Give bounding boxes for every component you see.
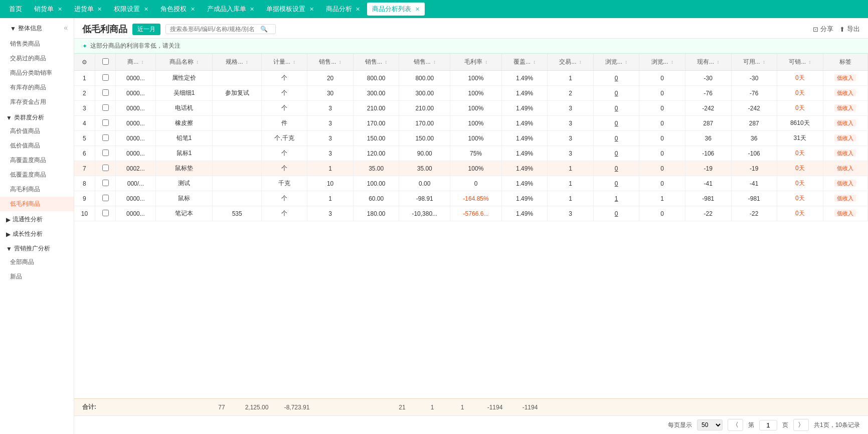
nav-analysis-list[interactable]: 商品分析列表 ✕ <box>367 3 425 16</box>
row-select-checkbox[interactable] <box>102 74 109 81</box>
nav-home[interactable]: 首页 <box>4 3 27 16</box>
search-input[interactable] <box>170 26 260 33</box>
close-permissions-icon[interactable]: ✕ <box>144 6 148 12</box>
row-select-checkbox[interactable] <box>102 195 109 201</box>
col-available-stock[interactable]: 可用... ↕ <box>731 54 777 71</box>
col-code[interactable]: 商... ↕ <box>116 54 155 71</box>
col-sellable[interactable]: 可销... ↕ <box>777 54 823 71</box>
sidebar-item-low-coverage[interactable]: 低覆盖度商品 <box>0 168 74 182</box>
col-unit[interactable]: 计量... ↕ <box>261 54 307 71</box>
views1-link[interactable]: 0 <box>615 210 618 217</box>
row-views1[interactable]: 0 <box>593 206 639 221</box>
row-select-checkbox[interactable] <box>102 180 109 186</box>
col-coverage[interactable]: 覆盖... ↕ <box>501 54 548 71</box>
row-checkbox[interactable] <box>95 176 116 191</box>
views1-link[interactable]: 0 <box>615 165 618 172</box>
close-product-entry-icon[interactable]: ✕ <box>250 6 254 12</box>
row-views1[interactable]: 0 <box>593 101 639 116</box>
sidebar-item-traded-products[interactable]: 交易过的商品 <box>0 51 74 66</box>
close-product-analysis-icon[interactable]: ✕ <box>356 6 360 12</box>
sidebar-item-stocked-products[interactable]: 有库存的商品 <box>0 80 74 95</box>
row-checkbox[interactable] <box>95 206 116 221</box>
row-select-checkbox[interactable] <box>102 134 109 141</box>
row-views1[interactable]: 0 <box>593 176 639 191</box>
row-checkbox[interactable] <box>95 161 116 176</box>
views1-link[interactable]: 0 <box>615 120 618 127</box>
select-all-checkbox[interactable] <box>102 58 109 65</box>
row-select-checkbox[interactable] <box>102 119 109 126</box>
row-checkbox[interactable] <box>95 191 116 206</box>
nav-template-settings[interactable]: 单据模板设置 ✕ <box>261 3 319 16</box>
row-select-checkbox[interactable] <box>102 210 109 216</box>
per-page-select[interactable]: 50 20 100 <box>697 419 723 430</box>
row-select-checkbox[interactable] <box>102 150 109 156</box>
sidebar-group-cluster[interactable]: ▼ 类群度分析 <box>0 109 74 124</box>
col-tag[interactable]: 标签 <box>823 54 867 71</box>
row-views1[interactable]: 0 <box>593 116 639 131</box>
col-current-stock[interactable]: 现有... ↕ <box>685 54 731 71</box>
close-purchase-order-icon[interactable]: ✕ <box>97 6 102 12</box>
nav-product-analysis[interactable]: 商品分析 ✕ <box>321 3 366 16</box>
views1-link[interactable]: 0 <box>615 75 618 82</box>
sidebar-group-growth[interactable]: ▶ 成长性分析 <box>0 226 74 240</box>
nav-sales-order[interactable]: 销货单 ✕ <box>29 3 67 16</box>
sidebar-item-category-rate[interactable]: 商品分类助销率 <box>0 66 74 80</box>
row-views1[interactable]: 0 <box>593 131 639 146</box>
col-sales-price[interactable]: 销售... ↕ <box>353 54 399 71</box>
sidebar-item-low-value[interactable]: 低价值商品 <box>0 138 74 153</box>
row-checkbox[interactable] <box>95 146 116 161</box>
period-button[interactable]: 近一月 <box>132 24 160 35</box>
nav-permissions[interactable]: 权限设置 ✕ <box>109 3 153 16</box>
row-select-checkbox[interactable] <box>102 89 109 96</box>
col-gross-margin[interactable]: 毛利率 ↕ <box>450 54 502 71</box>
row-views1[interactable]: 0 <box>593 146 639 161</box>
col-settings[interactable]: ⚙ <box>74 54 95 71</box>
sidebar-item-high-value[interactable]: 高价值商品 <box>0 124 74 138</box>
search-icon[interactable]: 🔍 <box>260 26 268 33</box>
sidebar-item-low-margin[interactable]: 低毛利商品 <box>0 197 74 211</box>
sidebar-item-inventory-capital[interactable]: 库存资金占用 <box>0 95 74 109</box>
sidebar-item-high-coverage[interactable]: 高覆盖度商品 <box>0 153 74 168</box>
sidebar-collapse-btn[interactable]: « <box>62 24 70 32</box>
row-checkbox[interactable] <box>95 131 116 146</box>
col-name[interactable]: 商品名称 ↕ <box>155 54 213 71</box>
views1-link[interactable]: 0 <box>615 105 618 112</box>
col-views1[interactable]: 浏览... ↕ <box>593 54 639 71</box>
sidebar-item-new-products[interactable]: 新品 <box>0 269 74 284</box>
views1-link[interactable]: 0 <box>615 90 618 97</box>
next-page-button[interactable]: 〉 <box>793 419 809 431</box>
close-analysis-list-icon[interactable]: ✕ <box>415 6 420 12</box>
row-views1[interactable]: 0 <box>593 161 639 176</box>
row-views1[interactable]: 0 <box>593 71 639 86</box>
close-template-icon[interactable]: ✕ <box>309 6 314 12</box>
sidebar-group-flow[interactable]: ▶ 流通性分析 <box>0 211 74 226</box>
row-checkbox[interactable] <box>95 71 116 86</box>
row-views1[interactable]: 0 <box>593 86 639 101</box>
sidebar-group-overview[interactable]: ▼ 整体信息 <box>4 20 48 35</box>
sidebar-item-high-margin[interactable]: 高毛利商品 <box>0 182 74 197</box>
row-select-checkbox[interactable] <box>102 165 109 171</box>
col-spec[interactable]: 规格... ↕ <box>213 54 261 71</box>
row-checkbox[interactable] <box>95 101 116 116</box>
views1-link[interactable]: 0 <box>615 180 618 187</box>
sidebar-item-sales-products[interactable]: 销售类商品 <box>0 37 74 51</box>
close-sales-order-icon[interactable]: ✕ <box>58 6 62 12</box>
col-checkbox[interactable] <box>95 54 116 71</box>
search-box[interactable]: 🔍 <box>165 24 276 34</box>
col-sales-qty[interactable]: 销售... ↕ <box>307 54 354 71</box>
sidebar-item-all-products[interactable]: 全部商品 <box>0 255 74 269</box>
row-checkbox[interactable] <box>95 86 116 101</box>
nav-product-entry[interactable]: 产成品入库单 ✕ <box>202 3 260 16</box>
col-views2[interactable]: 浏览... ↕ <box>639 54 685 71</box>
col-transactions[interactable]: 交易... ↕ <box>548 54 594 71</box>
data-table-container[interactable]: ⚙ 商... ↕ 商品名称 ↕ 规格... ↕ 计量... ↕ 销售... ↕ … <box>74 54 868 398</box>
nav-purchase-order[interactable]: 进货单 ✕ <box>69 3 107 16</box>
row-checkbox[interactable] <box>95 116 116 131</box>
views1-link[interactable]: 1 <box>615 195 618 202</box>
export-button[interactable]: ⬆ 导出 <box>839 25 860 34</box>
close-role-auth-icon[interactable]: ✕ <box>191 6 195 12</box>
nav-role-auth[interactable]: 角色授权 ✕ <box>155 3 200 16</box>
views1-link[interactable]: 0 <box>615 135 618 142</box>
sidebar-group-marketing[interactable]: ▼ 营销推广分析 <box>0 240 74 255</box>
col-sales-amount[interactable]: 销售... ↕ <box>399 54 450 71</box>
